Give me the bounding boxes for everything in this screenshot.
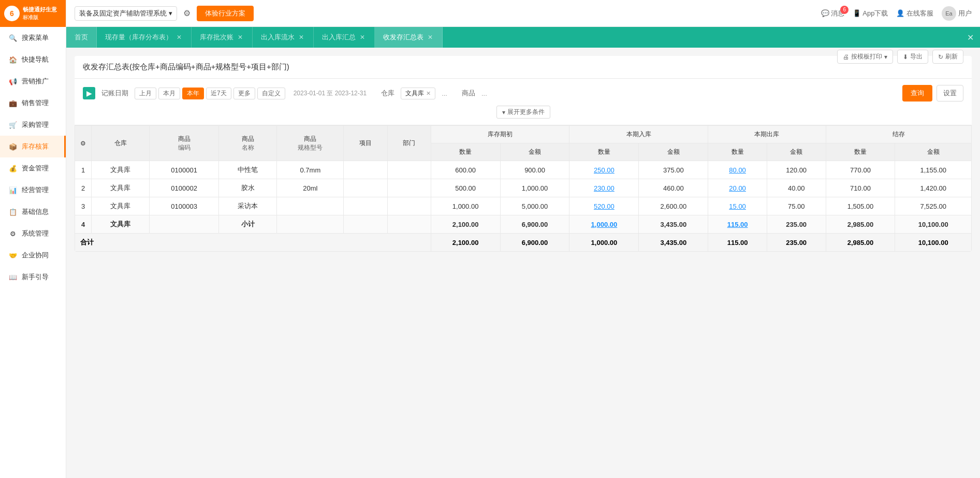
tab-home[interactable]: 首页 (66, 27, 97, 48)
download-icon: 📱 (853, 9, 861, 17)
row-warehouse: 文具库 (92, 179, 150, 197)
sidebar-menu: 🔍搜索菜单 🏠快捷导航 📢营销推广 💼销售管理 🛒采购管理 📦库存核算 💰资金管… (0, 27, 66, 478)
sidebar-item-purchase[interactable]: 🛒采购管理 (0, 114, 66, 136)
settings-button[interactable]: 设置 (937, 85, 963, 102)
system-selector[interactable]: 装备及固定资产辅助管理系统 ▾ (75, 6, 177, 21)
refresh-button[interactable]: ↻ 刷新 (932, 50, 963, 64)
row-out-qty[interactable]: 80.00 (708, 161, 767, 179)
sidebar-item-search[interactable]: 🔍搜索菜单 (0, 27, 66, 49)
row-out-amt: 120.00 (767, 161, 826, 179)
col-in-qty: 数量 (569, 143, 639, 161)
col-open-qty: 数量 (431, 143, 500, 161)
product-more[interactable]: ... (481, 90, 487, 97)
tab-in-out-summary[interactable]: 出入库汇总 ✕ (314, 27, 375, 48)
footer-in-amt: 3,435.00 (639, 234, 708, 252)
sidebar-item-finance[interactable]: 💰资金管理 (0, 157, 66, 179)
table-settings-icon[interactable]: ⚙ (80, 140, 86, 147)
tab-close-icon[interactable]: ✕ (237, 34, 244, 41)
row-out-qty[interactable]: 15.00 (708, 197, 767, 215)
finance-icon: 💰 (8, 164, 18, 173)
row-in-qty[interactable]: 520.00 (569, 197, 639, 215)
row-spec (277, 197, 344, 215)
row-open-amt: 6,900.00 (500, 215, 569, 234)
col-open-amt: 金额 (500, 143, 569, 161)
col-code: 商品编码 (150, 126, 219, 161)
sidebar-item-sales[interactable]: 💼销售管理 (0, 92, 66, 114)
col-group-open: 库存期初 (431, 126, 569, 143)
col-settings[interactable]: ⚙ (75, 126, 92, 161)
gear-icon[interactable]: ⚙ (183, 8, 191, 18)
sidebar-item-inventory[interactable]: 📦库存核算 (0, 136, 66, 157)
tab-in-out-flow[interactable]: 出入库流水 ✕ (253, 27, 314, 48)
user-menu[interactable]: Ea 用户 (942, 6, 972, 21)
sidebar-item-label: 搜索菜单 (22, 33, 49, 42)
row-out-qty[interactable]: 115.00 (708, 215, 767, 234)
sidebar-item-label: 经营管理 (22, 185, 49, 195)
tab-close-icon[interactable]: ✕ (298, 34, 305, 41)
chevron-down-icon: ▾ (884, 53, 887, 61)
query-button[interactable]: 查询 (902, 85, 932, 102)
row-warehouse: 文具库 (92, 215, 150, 234)
sidebar-item-label: 资金管理 (22, 164, 49, 173)
date-btn-custom[interactable]: 自定义 (257, 88, 285, 99)
sidebar-item-system[interactable]: ⚙系统管理 (0, 223, 66, 244)
row-dept (387, 215, 431, 234)
row-in-amt: 2,600.00 (639, 197, 708, 215)
table-row: 1文具库0100001中性笔0.7mm600.00900.00250.00375… (75, 161, 972, 179)
filter-actions: 查询 设置 (902, 85, 963, 102)
expand-filter-button[interactable]: ▾ 展开更多条件 (496, 106, 550, 119)
sales-icon: 💼 (8, 98, 18, 108)
tab-inventory-dist[interactable]: 现存量（库存分布表） ✕ (97, 27, 192, 48)
row-code: 0100003 (150, 197, 219, 215)
export-button[interactable]: ⬇ 导出 (897, 50, 928, 64)
main-content: 装备及固定资产辅助管理系统 ▾ ⚙ 体验行业方案 💬 消息 6 📱 App下载 … (66, 0, 980, 478)
warehouse-more[interactable]: ... (442, 90, 447, 97)
row-in-qty[interactable]: 250.00 (569, 161, 639, 179)
brand-sub: 标准版 (23, 14, 57, 21)
close-all-tabs-button[interactable]: ✕ (961, 33, 980, 42)
tab-close-icon[interactable]: ✕ (175, 34, 183, 41)
sidebar-item-enterprise[interactable]: 🤝企业协同 (0, 244, 66, 266)
col-group-in: 本期入库 (569, 126, 708, 143)
date-btn-more[interactable]: 更多 (233, 88, 255, 99)
warehouse-tag-remove[interactable]: ✕ (426, 90, 431, 97)
sidebar-item-marketing[interactable]: 📢营销推广 (0, 70, 66, 92)
print-button[interactable]: 🖨 按模板打印 ▾ (837, 50, 893, 64)
online-service-button[interactable]: 👤 在线客服 (896, 9, 933, 18)
sidebar-item-base-info[interactable]: 📋基础信息 (0, 201, 66, 223)
enterprise-icon: 🤝 (8, 251, 18, 260)
sidebar-item-quick-nav[interactable]: 🏠快捷导航 (0, 49, 66, 70)
tab-receive-summary[interactable]: 收发存汇总表 ✕ (375, 27, 443, 48)
row-out-amt: 75.00 (767, 197, 826, 215)
row-open-amt: 1,000.00 (500, 179, 569, 197)
row-project (344, 179, 387, 197)
date-btn-this-year[interactable]: 本年 (182, 88, 204, 99)
col-name: 商品名称 (219, 126, 277, 161)
messages-button[interactable]: 💬 消息 6 (821, 9, 845, 18)
tab-close-icon[interactable]: ✕ (427, 34, 434, 41)
sidebar-item-label: 库存核算 (22, 142, 49, 151)
table-row: 3文具库0100003采访本1,000.005,000.00520.002,60… (75, 197, 972, 215)
footer-in-qty: 1,000.00 (569, 234, 639, 252)
row-in-qty[interactable]: 230.00 (569, 179, 639, 197)
filter-toggle-button[interactable]: ▶ (83, 87, 95, 99)
row-out-qty[interactable]: 20.00 (708, 179, 767, 197)
trial-button[interactable]: 体验行业方案 (197, 6, 254, 21)
tab-close-icon[interactable]: ✕ (359, 34, 366, 41)
app-download-button[interactable]: 📱 App下载 (853, 9, 888, 18)
tab-label: 出入库汇总 (322, 33, 356, 42)
page-header: 收发存汇总表(按仓库+商品编码+商品+规格型号+项目+部门) 🖨 按模板打印 ▾… (75, 56, 972, 79)
date-btn-last-month[interactable]: 上月 (135, 88, 156, 99)
tab-batch[interactable]: 库存批次账 ✕ (192, 27, 253, 48)
table-row: 4文具库小计2,100.006,900.001,000.003,435.0011… (75, 215, 972, 234)
date-btn-7days[interactable]: 近7天 (206, 88, 231, 99)
row-in-qty[interactable]: 1,000.00 (569, 215, 639, 234)
sidebar-item-label: 采购管理 (22, 120, 49, 129)
date-btn-this-month[interactable]: 本月 (158, 88, 180, 99)
sidebar-item-guide[interactable]: 📖新手引导 (0, 266, 66, 288)
export-icon: ⬇ (903, 53, 908, 61)
sidebar-item-label: 基础信息 (22, 207, 49, 216)
row-name: 小计 (219, 215, 277, 234)
page-content: 收发存汇总表(按仓库+商品编码+商品+规格型号+项目+部门) 🖨 按模板打印 ▾… (66, 48, 980, 478)
sidebar-item-operations[interactable]: 📊经营管理 (0, 179, 66, 201)
